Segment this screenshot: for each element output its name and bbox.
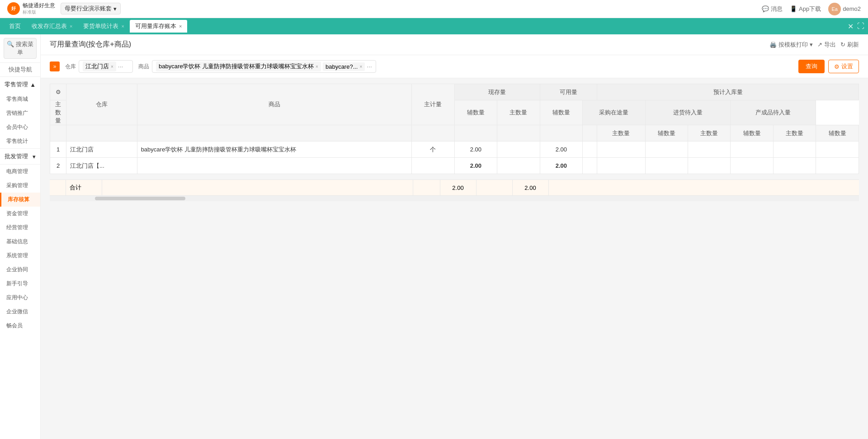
sidebar-item-purchase[interactable]: 采购管理	[0, 179, 40, 193]
sidebar-item-retail-mall[interactable]: 零售商城	[0, 92, 40, 106]
sidebar-item-enterprise-wechat[interactable]: 企业微信	[0, 305, 40, 319]
bottom-scrollbar[interactable]	[50, 196, 859, 201]
industry-label: 母婴行业演示账套	[65, 5, 112, 13]
row2-prod-sub	[816, 158, 859, 174]
filter-expand-btn[interactable]: »	[50, 61, 60, 71]
table-wrapper: ⚙ 仓库 商品 主计量 现存量 可用量 预计入库量 主数量 辅数量 主数量	[41, 78, 868, 179]
footer-stock-main: 2.00	[440, 180, 476, 195]
footer-avail-main: 2.00	[513, 180, 549, 195]
wholesale-label: 批发管理	[5, 152, 28, 160]
settings-label: 设置	[841, 62, 853, 71]
th-avail-sub: 辅数量	[540, 100, 582, 125]
filter-actions: 查询 ⚙ 设置	[798, 60, 859, 73]
username: demo2	[843, 5, 861, 12]
sidebar-item-system[interactable]: 系统管理	[0, 249, 40, 263]
sidebar-item-operations[interactable]: 经营管理	[0, 221, 40, 235]
tab-receipt-summary[interactable]: 收发存汇总表 ×	[26, 20, 78, 33]
row1-warehouse: 江北门店	[66, 142, 137, 158]
tab-available-stock-close[interactable]: ×	[179, 24, 182, 29]
settings-button[interactable]: ⚙ 设置	[828, 60, 859, 73]
query-button[interactable]: 查询	[798, 60, 825, 73]
product-tag1-value: babycare学饮杯 儿童防摔防撞吸管杯重力球吸嘴杯宝宝水杯	[159, 62, 314, 71]
tab-receipt-summary-label: 收发存汇总表	[32, 22, 67, 30]
product-tag2-value: babycare?...	[326, 63, 358, 70]
tab-receipt-summary-close[interactable]: ×	[70, 24, 72, 29]
export-label: 导出	[824, 41, 836, 49]
sidebar-item-inventory[interactable]: 库存核算	[0, 193, 40, 207]
tab-order-stats-close[interactable]: ×	[121, 24, 124, 29]
product-tag1-remove[interactable]: ×	[316, 64, 318, 69]
th-forecast-in: 预计入库量	[597, 84, 859, 100]
search-menu-btn[interactable]: 🔍 搜索菜单	[4, 38, 37, 59]
footer-total-row: 合计 2.00 2.00	[50, 179, 859, 196]
message-icon: 💬	[762, 5, 769, 12]
sidebar-item-basics[interactable]: 基础信息	[0, 235, 40, 249]
tab-home-label: 首页	[9, 22, 21, 30]
th-stock-sub: 辅数量	[454, 100, 497, 125]
row2-pur-sub	[645, 158, 688, 174]
row1-index: 1	[50, 142, 66, 158]
sidebar-item-newbie[interactable]: 新手引导	[0, 277, 40, 291]
print-label: 按模板打印	[778, 41, 808, 49]
row2-avail-main: 2.00	[540, 158, 582, 174]
sidebar-section-retail-header[interactable]: 零售管理 ▲	[0, 77, 40, 92]
user-profile[interactable]: Ea demo2	[828, 3, 861, 15]
th-empty-unit	[412, 125, 454, 142]
nav-tabs: 首页 收发存汇总表 × 要货单统计表 × 可用量库存账本 × ✕ ⛶	[0, 18, 868, 34]
row2-index: 2	[50, 158, 66, 174]
mobile-icon: 📱	[790, 5, 797, 12]
export-btn[interactable]: ↗ 导出	[817, 41, 836, 49]
tab-order-stats[interactable]: 要货单统计表 ×	[78, 20, 129, 33]
sidebar-item-marketing[interactable]: 营销推广	[0, 106, 40, 120]
tab-available-stock[interactable]: 可用量库存账本 ×	[130, 20, 187, 33]
sidebar-item-member[interactable]: 会员中心	[0, 120, 40, 134]
settings-icon: ⚙	[834, 63, 840, 70]
top-bar-left: 好 畅捷通好生意 标准版 母婴行业演示账套 ▾	[7, 2, 121, 15]
print-btn[interactable]: 🖨️ 按模板打印 ▾	[769, 41, 813, 49]
sidebar-item-ecommerce[interactable]: 电商管理	[0, 165, 40, 179]
sidebar-item-enterprise-collab[interactable]: 企业协同	[0, 263, 40, 277]
close-all-tabs-btn[interactable]: ✕	[848, 22, 854, 31]
tab-home[interactable]: 首页	[4, 20, 26, 33]
sidebar-item-app-center[interactable]: 应用中心	[0, 291, 40, 305]
tab-order-stats-label: 要货单统计表	[83, 22, 118, 30]
th-empty-am	[540, 125, 582, 142]
warehouse-tag-remove[interactable]: ×	[111, 64, 113, 69]
refresh-btn[interactable]: ↻ 刷新	[840, 41, 859, 49]
sidebar-section-retail: 零售管理 ▲ 零售商城 营销推广 会员中心 零售统计	[0, 77, 40, 149]
th-product: 商品	[137, 84, 412, 125]
row1-prod-main	[773, 142, 816, 158]
sidebar: 🔍 搜索菜单 快捷导航 零售管理 ▲ 零售商城 营销推广 会员中心 零售统计 批…	[0, 34, 41, 439]
export-icon: ↗	[817, 41, 822, 48]
row2-inb-sub	[731, 158, 773, 174]
sidebar-item-retail-stats[interactable]: 零售统计	[0, 134, 40, 148]
warehouse-input[interactable]: 江北门店 × ···	[79, 60, 133, 73]
product-tag2-remove[interactable]: ×	[359, 64, 362, 69]
product-input[interactable]: babycare学饮杯 儿童防摔防撞吸管杯重力球吸嘴杯宝宝水杯 × babyca…	[152, 60, 376, 73]
scroll-thumb[interactable]	[95, 197, 185, 200]
refresh-label: 刷新	[847, 41, 859, 49]
sidebar-section-wholesale-header[interactable]: 批发管理 ▾	[0, 149, 40, 164]
quick-nav-btn[interactable]: 快捷导航	[0, 63, 40, 77]
settings-col-icon[interactable]: ⚙	[56, 89, 61, 95]
filter-bar: » 仓库 江北门店 × ··· 商品 babycare学饮杯 儿童防摔防撞吸管杯…	[41, 55, 868, 78]
warehouse-ellipsis[interactable]: ···	[118, 63, 123, 70]
row2-product	[137, 158, 412, 174]
row1-stock-main: 2.00	[454, 142, 497, 158]
sidebar-item-finance[interactable]: 资金管理	[0, 207, 40, 221]
footer-empty-settings	[50, 180, 66, 195]
message-btn[interactable]: 💬 消息	[762, 5, 783, 13]
fullscreen-btn[interactable]: ⛶	[857, 22, 864, 30]
top-bar: 好 畅捷通好生意 标准版 母婴行业演示账套 ▾ 💬 消息 📱 App下载 Ea …	[0, 0, 868, 18]
warehouse-filter-group: 仓库 江北门店 × ···	[65, 60, 133, 73]
content-area: 可用量查询(按仓库+商品) 🖨️ 按模板打印 ▾ ↗ 导出 ↻ 刷新 »	[41, 34, 868, 439]
app-download-btn[interactable]: 📱 App下载	[790, 5, 821, 13]
industry-selector[interactable]: 母婴行业演示账套 ▾	[61, 3, 121, 14]
row1-pur-main	[597, 142, 645, 158]
row1-avail-sub	[583, 142, 597, 158]
chevron-icon: ▲	[30, 81, 36, 88]
quick-nav-label: 快捷导航	[9, 66, 32, 73]
sidebar-item-members[interactable]: 畅会员	[0, 319, 40, 333]
product-ellipsis[interactable]: ···	[367, 63, 372, 70]
warehouse-filter-label: 仓库	[65, 63, 76, 71]
